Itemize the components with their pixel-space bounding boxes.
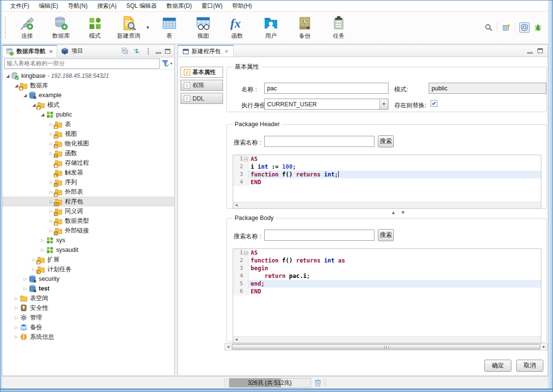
- heap-status-gauge[interactable]: 326兆 (共 512兆): [229, 378, 311, 388]
- code-line-5[interactable]: 5end;: [233, 280, 541, 288]
- side-tab-DDL[interactable]: iDDL: [180, 93, 223, 104]
- menu-编辑(E)[interactable]: 编辑(E): [34, 0, 62, 12]
- tree-expander-icon[interactable]: ▷: [13, 334, 20, 339]
- tree-item-同义词[interactable]: ▷A同义词: [2, 206, 174, 216]
- menu-导航(N)[interactable]: 导航(N): [63, 0, 92, 12]
- tab-close-icon[interactable]: ✕: [224, 49, 228, 54]
- header-search-input[interactable]: [264, 136, 374, 147]
- code-line-4[interactable]: 4 return pac.i;: [233, 272, 541, 280]
- toolbar-button-连接[interactable]: 连接: [10, 14, 44, 42]
- nav-tab-项目[interactable]: 项目: [57, 45, 87, 57]
- header-code-editor[interactable]: 1AS2i int := 100;3function f() returns i…: [233, 155, 541, 209]
- tree-expander-icon[interactable]: ▷: [22, 276, 29, 281]
- tree-item-模式[interactable]: ◢●模式: [2, 100, 174, 110]
- tree-item-存储过程[interactable]: ●存储过程: [2, 158, 174, 168]
- bug-icon[interactable]: [533, 22, 543, 33]
- maximize-view-icon[interactable]: [165, 49, 170, 54]
- code-line-6[interactable]: 6END: [233, 288, 541, 295]
- tree-expander-icon[interactable]: ▷: [39, 247, 46, 252]
- scrollbar-thumb[interactable]: [232, 344, 540, 349]
- tree-expander-icon[interactable]: ▷: [13, 296, 20, 301]
- tree-item-外部链接[interactable]: ▷∞外部链接: [2, 226, 174, 235]
- tree-item-test[interactable]: ▷test: [2, 284, 174, 293]
- header-search-button[interactable]: 搜索: [378, 135, 394, 147]
- tree-item-系统信息[interactable]: ▷系统信息: [2, 332, 174, 342]
- tab-new-package[interactable]: 新建程序包 ✕: [178, 45, 234, 57]
- code-line-2[interactable]: 2function f() returns int as: [233, 257, 541, 264]
- code-line-3[interactable]: 3function f() returns int;: [233, 171, 541, 178]
- tree-item-触发器[interactable]: ◣触发器: [2, 168, 174, 177]
- tree-item-管理[interactable]: ▷管理: [2, 313, 174, 322]
- code-line-1[interactable]: 1AS: [233, 155, 541, 163]
- tab-close-icon[interactable]: ✕: [49, 49, 53, 54]
- tree-expander-icon[interactable]: ◢: [39, 112, 46, 117]
- body-editor-hscrollbar[interactable]: ◄: [233, 336, 541, 343]
- menu-窗口(W)[interactable]: 窗口(W): [197, 0, 227, 12]
- tree-item-安全性[interactable]: ▷安全性: [2, 303, 174, 313]
- tree-item-sys[interactable]: ▷sys: [2, 235, 174, 245]
- tree-item-函数[interactable]: ▷ƒ函数: [2, 148, 174, 158]
- new-query-dropdown-icon[interactable]: ▼: [146, 14, 152, 42]
- menu-帮助(H)[interactable]: 帮助(H): [228, 0, 256, 12]
- tree-item-程序包[interactable]: ▷<>程序包: [2, 197, 174, 206]
- toolbar-button-任务[interactable]: 任务: [322, 14, 356, 42]
- maximize-view-icon[interactable]: [538, 48, 543, 53]
- tree-item-序列[interactable]: ▷≡序列: [2, 177, 174, 187]
- search-icon[interactable]: [483, 22, 494, 33]
- code-line-3[interactable]: 3begin: [233, 264, 541, 272]
- toolbar-button-数据库[interactable]: 数据库: [44, 14, 78, 42]
- toolbar-button-函数[interactable]: fx函数: [220, 14, 254, 42]
- tree-item-security[interactable]: ▷security: [2, 274, 174, 284]
- table-filter-input[interactable]: [4, 58, 160, 69]
- authid-dropdown-icon[interactable]: ▼: [379, 99, 388, 109]
- replace-checkbox[interactable]: ✔: [431, 100, 437, 107]
- toolbar-button-新建查询[interactable]: 新建查询: [112, 14, 146, 42]
- body-search-input[interactable]: [264, 230, 374, 241]
- code-line-1[interactable]: 1AS: [233, 249, 541, 257]
- side-tab-权限[interactable]: i权限: [180, 80, 223, 91]
- toolbar-button-视图[interactable]: 视图: [186, 14, 220, 42]
- editor-hscrollbar[interactable]: ◄ ►: [224, 343, 548, 350]
- tree-item-计划任务[interactable]: ▷◔计划任务: [2, 264, 174, 274]
- tree-expander-icon[interactable]: ◢: [22, 93, 29, 98]
- toolbar-button-用户[interactable]: 用户: [254, 14, 288, 42]
- minimize-view-icon[interactable]: [156, 52, 161, 54]
- tree-expander-icon[interactable]: ▷: [13, 325, 20, 330]
- tree-expander-icon[interactable]: ▷: [13, 305, 20, 310]
- fold-collapse-icon[interactable]: [243, 155, 249, 163]
- code-line-4[interactable]: 4END: [233, 178, 541, 186]
- scroll-left-icon[interactable]: ◄: [225, 344, 231, 350]
- body-code-editor[interactable]: 1AS2function f() returns int as3begin4 r…: [233, 248, 541, 343]
- side-tab-基本属性[interactable]: i基本属性: [180, 67, 223, 78]
- tree-item-扩展[interactable]: ▷▦扩展: [2, 255, 174, 264]
- tree-item-外部表[interactable]: ▷▦外部表: [2, 187, 174, 197]
- tree-item-物化视图[interactable]: ▷▤物化视图: [2, 139, 174, 148]
- tree-expander-icon[interactable]: ▷: [13, 315, 20, 320]
- link-editor-icon[interactable]: [133, 47, 140, 55]
- authid-combo[interactable]: CURRENT_USER ▼: [264, 99, 389, 110]
- nav-tab-数据库导航[interactable]: 数据库导航✕: [2, 45, 57, 57]
- cancel-button[interactable]: 取消: [516, 360, 543, 372]
- tree-expander-icon[interactable]: ▷: [22, 286, 29, 291]
- tree-item-数据类型[interactable]: ▷▦数据类型: [2, 216, 174, 226]
- toolbar-button-备份[interactable]: 备份: [288, 14, 322, 42]
- new-table-icon[interactable]: [501, 22, 512, 33]
- menu-数据库(D)[interactable]: 数据库(D): [162, 0, 196, 12]
- header-editor-hscrollbar[interactable]: ◄: [233, 202, 541, 208]
- tree-expander-icon[interactable]: ▷: [39, 238, 46, 243]
- name-input[interactable]: [264, 83, 389, 94]
- toolbar-grip[interactable]: [5, 17, 7, 38]
- collapse-all-icon[interactable]: [121, 47, 129, 55]
- toolbar-button-模式[interactable]: 模式: [78, 14, 112, 42]
- menu-搜索(A)[interactable]: 搜索(A): [93, 0, 121, 12]
- ok-button[interactable]: 确定: [484, 360, 511, 372]
- body-search-button[interactable]: 搜索: [378, 229, 394, 241]
- tree-item-sysaudit[interactable]: ▷sysaudit: [2, 245, 174, 255]
- garbage-collect-icon[interactable]: [314, 378, 322, 387]
- tree-expander-icon[interactable]: ◢: [4, 73, 11, 78]
- tree-item-数据库[interactable]: ◢●数据库: [2, 81, 174, 90]
- minimize-view-icon[interactable]: [527, 52, 533, 54]
- scroll-right-icon[interactable]: ►: [541, 344, 547, 350]
- fold-collapse-icon[interactable]: [243, 249, 249, 257]
- code-line-2[interactable]: 2i int := 100;: [233, 163, 541, 171]
